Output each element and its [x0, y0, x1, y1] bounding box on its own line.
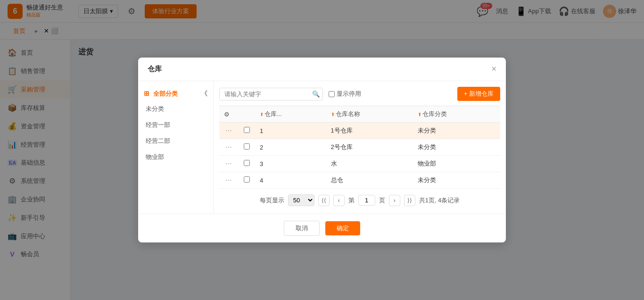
table-row[interactable]: ··· 3 水 物业部	[219, 156, 500, 172]
category-sidebar: ⊞ 全部分类 《 未分类 经营一部 经营二部 物业部	[138, 81, 214, 214]
sort-icon-name: ⬆	[331, 112, 335, 117]
row-checkbox[interactable]	[244, 160, 250, 166]
modal-header: 仓库 ×	[138, 58, 506, 81]
warehouse-table: ⚙ ⬆仓库... ⬆仓库名称 ⬆仓库分类	[219, 106, 500, 189]
th-code: ⬆仓库...	[255, 106, 326, 123]
row-check-cell[interactable]	[238, 156, 255, 172]
page-first-button[interactable]: ⟨⟨	[318, 195, 330, 206]
modal-overlay[interactable]: 仓库 × ⊞ 全部分类 《 未分类 经营一部 经营二部 物业部	[0, 0, 644, 300]
row-check-cell[interactable]	[238, 139, 255, 156]
search-input[interactable]	[220, 88, 308, 100]
show-disabled-label[interactable]: 显示停用	[329, 90, 361, 98]
row-check-cell[interactable]	[238, 172, 255, 189]
grid-icon: ⊞	[144, 90, 149, 97]
table-toolbar: 🔍 显示停用 + 新增仓库	[219, 87, 500, 101]
category-item-dept2[interactable]: 经营二部	[138, 133, 213, 149]
row-more-button[interactable]: ···	[225, 159, 231, 168]
row-more-button[interactable]: ···	[225, 126, 231, 135]
row-checkbox[interactable]	[244, 127, 250, 133]
row-category-cell: 未分类	[413, 123, 500, 139]
sort-icon-category: ⬆	[418, 112, 421, 117]
page-last-button[interactable]: ⟩⟩	[404, 195, 415, 206]
row-name-cell: 总仓	[326, 172, 413, 189]
row-num-cell: 4	[255, 172, 326, 189]
warehouse-modal: 仓库 × ⊞ 全部分类 《 未分类 经营一部 经营二部 物业部	[138, 58, 506, 242]
row-name-cell: 1号仓库	[326, 123, 413, 139]
row-category-cell: 未分类	[413, 172, 500, 189]
row-category-cell: 物业部	[413, 156, 500, 172]
search-button[interactable]: 🔍	[308, 88, 323, 100]
page-end-label: 页	[379, 196, 385, 205]
confirm-button[interactable]: 确定	[325, 221, 360, 235]
show-disabled-checkbox[interactable]	[329, 91, 335, 97]
page-number-input[interactable]	[358, 195, 375, 206]
th-name: ⬆仓库名称	[326, 106, 413, 123]
row-check-cell[interactable]	[238, 123, 255, 139]
add-warehouse-button[interactable]: + 新增仓库	[457, 87, 500, 101]
total-label: 共1页, 4条记录	[419, 196, 460, 205]
modal-close-button[interactable]: ×	[491, 64, 496, 74]
table-row[interactable]: ··· 4 总仓 未分类	[219, 172, 500, 189]
category-header: ⊞ 全部分类 《	[138, 87, 213, 101]
modal-body: ⊞ 全部分类 《 未分类 经营一部 经营二部 物业部 🔍	[138, 81, 506, 214]
table-area: 🔍 显示停用 + 新增仓库 ⚙	[214, 81, 506, 214]
category-item-uncat[interactable]: 未分类	[138, 101, 213, 117]
page-next-button[interactable]: ›	[389, 195, 400, 206]
row-num-cell: 1	[255, 123, 326, 139]
row-more-button[interactable]: ···	[225, 176, 231, 184]
table-row[interactable]: ··· 1 1号仓库 未分类	[219, 123, 500, 139]
th-gear: ⚙	[219, 106, 238, 123]
all-category-label[interactable]: 全部分类	[153, 90, 178, 97]
modal-footer: 取消 确定	[138, 214, 506, 242]
table-row[interactable]: ··· 2 2号仓库 未分类	[219, 139, 500, 156]
row-actions-cell: ···	[219, 123, 238, 139]
page-label: 第	[348, 196, 355, 205]
pagination-bar: 每页显示 50 10 20 100 ⟨⟨ ‹ 第 页 › ⟩⟩ 共1页, 4条记…	[219, 189, 500, 208]
per-page-select[interactable]: 50 10 20 100	[288, 194, 314, 206]
row-actions-cell: ···	[219, 156, 238, 172]
row-more-button[interactable]: ···	[225, 143, 231, 151]
sort-icon-code: ⬆	[260, 112, 264, 117]
row-num-cell: 2	[255, 139, 326, 156]
category-collapse-button[interactable]: 《	[201, 90, 207, 98]
th-category: ⬆仓库分类	[413, 106, 500, 123]
th-check	[238, 106, 255, 123]
cancel-button[interactable]: 取消	[284, 221, 320, 236]
category-item-property[interactable]: 物业部	[138, 149, 213, 165]
row-actions-cell: ···	[219, 172, 238, 189]
modal-title: 仓库	[148, 65, 162, 74]
row-name-cell: 水	[326, 156, 413, 172]
page-prev-button[interactable]: ‹	[333, 195, 345, 206]
row-actions-cell: ···	[219, 139, 238, 156]
row-category-cell: 未分类	[413, 139, 500, 156]
category-item-dept1[interactable]: 经营一部	[138, 117, 213, 133]
search-box: 🔍	[219, 88, 323, 100]
per-page-label: 每页显示	[260, 196, 284, 205]
row-name-cell: 2号仓库	[326, 139, 413, 156]
row-num-cell: 3	[255, 156, 326, 172]
row-checkbox[interactable]	[244, 143, 250, 150]
row-checkbox[interactable]	[244, 176, 250, 183]
